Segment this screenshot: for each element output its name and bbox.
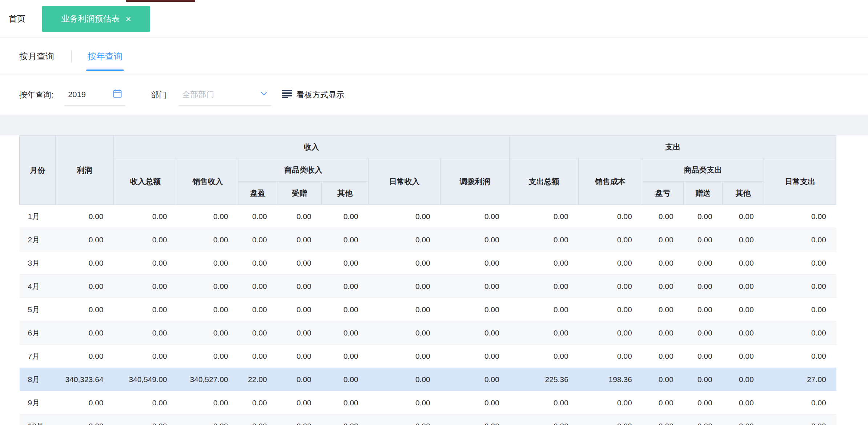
header-month: 月份 (20, 136, 56, 205)
header-other-expense: 其他 (723, 182, 764, 205)
value-cell: 0.00 (510, 298, 579, 321)
value-cell: 198.36 (579, 368, 642, 391)
calendar-icon[interactable] (112, 88, 122, 101)
value-cell: 0.00 (177, 391, 238, 414)
value-cell: 0.00 (277, 321, 322, 345)
value-cell: 0.00 (369, 275, 441, 298)
close-icon[interactable]: × (125, 14, 131, 24)
year-input[interactable]: 2019 (64, 84, 125, 106)
value-cell: 0.00 (684, 251, 723, 275)
table-row[interactable]: 3月0.000.000.000.000.000.000.000.000.000.… (20, 251, 836, 275)
department-select[interactable]: 全部部门 (178, 84, 271, 106)
profit-table: 月份 利润 收入 支出 收入总额 销售收入 商品类收入 日常收入 调拨利润 支出… (19, 135, 836, 425)
value-cell: 0.00 (56, 321, 114, 345)
value-cell: 0.00 (642, 228, 684, 251)
value-cell: 0.00 (322, 368, 369, 391)
tab-label: 业务利润预估表 (61, 13, 120, 24)
header-goods-income: 商品类收入 (238, 158, 369, 182)
value-cell: 0.00 (510, 321, 579, 345)
value-cell: 0.00 (579, 205, 642, 228)
board-view-icon (282, 90, 292, 100)
table-row[interactable]: 9月0.000.000.000.000.000.000.000.000.000.… (20, 391, 836, 414)
board-view-toggle[interactable]: 看板方式显示 (282, 90, 344, 100)
table-row[interactable]: 10月0.000.000.000.000.000.000.000.000.000… (20, 414, 836, 425)
tab-home[interactable]: 首页 (9, 13, 25, 24)
value-cell: 0.00 (764, 228, 836, 251)
value-cell: 0.00 (441, 368, 510, 391)
value-cell: 0.00 (723, 321, 764, 345)
value-cell: 0.00 (510, 391, 579, 414)
month-cell: 4月 (20, 275, 56, 298)
department-value: 全部部门 (182, 89, 214, 100)
value-cell: 0.00 (238, 251, 277, 275)
value-cell: 225.36 (510, 368, 579, 391)
value-cell: 0.00 (114, 414, 177, 425)
value-cell: 27.00 (764, 368, 836, 391)
month-cell: 5月 (20, 298, 56, 321)
value-cell: 0.00 (277, 368, 322, 391)
value-cell: 0.00 (238, 205, 277, 228)
value-cell: 0.00 (684, 391, 723, 414)
value-cell: 0.00 (322, 228, 369, 251)
value-cell: 0.00 (114, 275, 177, 298)
value-cell: 0.00 (277, 228, 322, 251)
value-cell: 0.00 (322, 321, 369, 345)
value-cell: 0.00 (764, 298, 836, 321)
value-cell: 0.00 (723, 275, 764, 298)
year-query-label: 按年查询: (19, 90, 53, 100)
table-header: 月份 利润 收入 支出 收入总额 销售收入 商品类收入 日常收入 调拨利润 支出… (20, 136, 836, 205)
query-mode-tabs: 按月查询 按年查询 (0, 38, 868, 75)
month-cell: 3月 (20, 251, 56, 275)
header-daily-expense: 日常支出 (764, 158, 836, 205)
value-cell: 0.00 (684, 368, 723, 391)
table-row[interactable]: 4月0.000.000.000.000.000.000.000.000.000.… (20, 275, 836, 298)
value-cell: 0.00 (642, 368, 684, 391)
value-cell: 0.00 (238, 414, 277, 425)
month-cell: 2月 (20, 228, 56, 251)
value-cell: 0.00 (177, 251, 238, 275)
table-row[interactable]: 8月340,323.64340,549.00340,527.0022.000.0… (20, 368, 836, 391)
header-sales-cost: 销售成本 (579, 158, 642, 205)
value-cell: 0.00 (684, 414, 723, 425)
value-cell: 0.00 (642, 345, 684, 368)
value-cell: 340,549.00 (114, 368, 177, 391)
tab-business-profit-estimate[interactable]: 业务利润预估表 × (42, 6, 150, 32)
table-row[interactable]: 6月0.000.000.000.000.000.000.000.000.000.… (20, 321, 836, 345)
value-cell: 0.00 (322, 251, 369, 275)
value-cell: 0.00 (56, 228, 114, 251)
value-cell: 0.00 (723, 251, 764, 275)
value-cell: 0.00 (441, 321, 510, 345)
value-cell: 0.00 (177, 228, 238, 251)
month-cell: 7月 (20, 345, 56, 368)
value-cell: 0.00 (441, 345, 510, 368)
value-cell: 0.00 (441, 298, 510, 321)
value-cell: 0.00 (510, 414, 579, 425)
tab-query-by-year[interactable]: 按年查询 (88, 38, 122, 75)
table-row[interactable]: 5月0.000.000.000.000.000.000.000.000.000.… (20, 298, 836, 321)
month-cell: 10月 (20, 414, 56, 425)
value-cell: 0.00 (114, 228, 177, 251)
tab-query-by-month[interactable]: 按月查询 (19, 38, 54, 75)
value-cell: 0.00 (56, 414, 114, 425)
value-cell: 0.00 (642, 414, 684, 425)
value-cell: 0.00 (510, 205, 579, 228)
table-row[interactable]: 1月0.000.000.000.000.000.000.000.000.000.… (20, 205, 836, 228)
header-expense-group: 支出 (510, 136, 836, 158)
value-cell: 0.00 (369, 228, 441, 251)
value-cell: 0.00 (177, 414, 238, 425)
table-row[interactable]: 7月0.000.000.000.000.000.000.000.000.000.… (20, 345, 836, 368)
value-cell: 0.00 (441, 251, 510, 275)
value-cell: 0.00 (177, 345, 238, 368)
value-cell: 0.00 (56, 275, 114, 298)
value-cell: 0.00 (277, 345, 322, 368)
value-cell: 0.00 (369, 391, 441, 414)
value-cell: 0.00 (764, 205, 836, 228)
value-cell: 0.00 (684, 205, 723, 228)
value-cell: 0.00 (510, 275, 579, 298)
header-inventory-loss: 盘亏 (642, 182, 684, 205)
table-row[interactable]: 2月0.000.000.000.000.000.000.000.000.000.… (20, 228, 836, 251)
value-cell: 0.00 (510, 345, 579, 368)
value-cell: 0.00 (177, 321, 238, 345)
value-cell: 0.00 (684, 275, 723, 298)
value-cell: 0.00 (322, 298, 369, 321)
